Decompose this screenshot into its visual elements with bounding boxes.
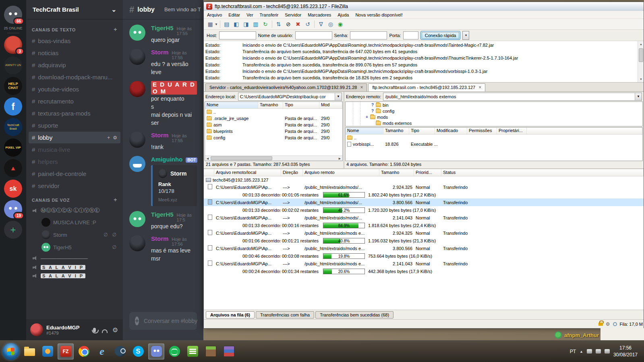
sidebar-item-painel-de-controle[interactable]: #painel-de-controle bbox=[29, 168, 120, 180]
server-icon-2[interactable]: HELP CHAT bbox=[4, 77, 22, 95]
voice-user-musicbot[interactable]: MUSICA LIVRE :P bbox=[29, 216, 120, 228]
site-manager-icon[interactable]: ▦ bbox=[206, 20, 215, 29]
column-nome[interactable]: Nome bbox=[205, 102, 258, 108]
quickconnect-dropdown[interactable]: ▾ bbox=[462, 31, 469, 40]
tree-item-config[interactable]: ? config bbox=[346, 108, 642, 114]
cancel-icon[interactable]: ⊘ bbox=[284, 20, 293, 29]
queue-server-row[interactable]: techc845@192.185.223.127 bbox=[204, 176, 644, 183]
password-input[interactable] bbox=[350, 31, 387, 39]
log-scrollbar[interactable]: ▲ ▼ bbox=[638, 41, 644, 82]
username-input[interactable] bbox=[295, 31, 332, 39]
refresh-icon[interactable]: ↻ bbox=[261, 20, 270, 29]
column-nome[interactable]: Nome bbox=[346, 128, 383, 134]
deafen-button[interactable] bbox=[101, 326, 108, 333]
taskbar-explorer[interactable] bbox=[21, 343, 37, 360]
remote-address-combo[interactable]: /public_html/extraido/mods externos ▼ bbox=[383, 93, 642, 101]
close-icon[interactable]: × bbox=[478, 85, 481, 90]
channel-list[interactable]: CANAIS DE TEXTO + #boas-vindas #noticias… bbox=[26, 19, 123, 319]
queue-transfer-row[interactable]: C:\Users\EduardoMGP\Ap... ---> /public_h… bbox=[204, 214, 644, 221]
message-author[interactable]: TigerH5 bbox=[151, 211, 174, 218]
expand-icon[interactable]: + bbox=[366, 115, 370, 119]
server-icon-3[interactable]: f bbox=[4, 97, 22, 116]
server-icon-8[interactable]: 19 bbox=[4, 200, 22, 218]
taskbar-minecraft[interactable] bbox=[203, 343, 219, 360]
user-avatar[interactable] bbox=[30, 323, 43, 336]
avatar[interactable] bbox=[129, 25, 145, 41]
avatar[interactable] bbox=[129, 49, 145, 65]
file-row[interactable]: vorbisspi... 18.826 Executable ... bbox=[346, 141, 642, 147]
taskbar-filezilla[interactable]: FZ bbox=[58, 343, 74, 360]
server-header[interactable]: TechCraft Brasil ⌄ bbox=[26, 0, 123, 19]
file-row[interactable]: .oracle_jre_usage Pasta de arqui... 29/0 bbox=[205, 115, 342, 122]
column-tamanho[interactable]: Tamanho bbox=[383, 128, 409, 134]
file-row[interactable]: asm Pasta de arqui... 29/0 bbox=[205, 122, 342, 128]
remote-directory-tree[interactable]: ? bin ? config + mods bbox=[345, 101, 643, 126]
taskbar-winrar[interactable] bbox=[221, 343, 237, 360]
sidebar-item-noticias[interactable]: #noticias bbox=[29, 47, 120, 59]
attach-button[interactable]: + bbox=[135, 316, 139, 325]
message-author[interactable]: Storm bbox=[151, 49, 168, 56]
start-button[interactable] bbox=[2, 343, 19, 360]
menu-editar[interactable]: Editar bbox=[225, 11, 243, 19]
menu-nova-versao[interactable]: Nova versão disponível! bbox=[352, 11, 406, 19]
gear-icon[interactable]: ⚙ bbox=[606, 321, 610, 327]
column-modificado[interactable]: Mod bbox=[319, 102, 342, 108]
sidebar-item-musica-livre[interactable]: #musica-livre bbox=[29, 144, 120, 155]
sidebar-item-boas-vindas[interactable]: #boas-vindas bbox=[29, 35, 120, 47]
column-proprietario[interactable]: Proprietári... bbox=[497, 128, 527, 134]
tree-item-bin[interactable]: ? bin bbox=[346, 102, 642, 108]
find-icon[interactable]: ◉ bbox=[336, 20, 345, 29]
quickconnect-button[interactable]: Conexão rápida bbox=[420, 31, 461, 40]
sidebar-item-lobby[interactable]: # lobby +⚙ bbox=[29, 132, 120, 143]
mute-button[interactable] bbox=[91, 326, 98, 333]
action-center-icon[interactable] bbox=[587, 349, 592, 354]
toggle-queue-icon[interactable]: ▥ bbox=[251, 20, 260, 29]
settings-button[interactable]: ⚙ bbox=[112, 326, 119, 333]
close-icon[interactable]: × bbox=[360, 85, 363, 90]
menu-servidor[interactable]: Servidor bbox=[282, 11, 304, 19]
avatar[interactable] bbox=[129, 132, 145, 148]
file-row[interactable]: .. bbox=[346, 134, 642, 141]
port-input[interactable] bbox=[403, 31, 418, 39]
gear-icon[interactable]: ⚙ bbox=[113, 135, 117, 141]
server-icon-5[interactable]: PIXEL VIP bbox=[4, 139, 22, 157]
taskbar-chrome[interactable] bbox=[76, 343, 92, 360]
discord-home-button[interactable]: 66 bbox=[4, 6, 22, 24]
add-channel-icon[interactable]: + bbox=[114, 27, 117, 32]
column-tipo[interactable]: Tipo bbox=[409, 128, 435, 134]
sidebar-item-adquiravip[interactable]: #adquiravip bbox=[29, 59, 120, 71]
column-prioridade[interactable]: Priorid... bbox=[414, 169, 441, 176]
process-queue-icon[interactable]: ⇅ bbox=[274, 20, 283, 29]
tab-transferencias-com-falha[interactable]: Transferências com falha bbox=[256, 311, 314, 319]
host-input[interactable] bbox=[219, 31, 256, 39]
message-author[interactable]: E D U A R D O M bbox=[151, 81, 197, 95]
tab-server-1[interactable]: Servidor - carlos_eduardovieiraoliveira%… bbox=[205, 83, 367, 91]
voice-channel-musica[interactable]: ⓂⓊⓈⒾⒸⒶ ⓁⒾⓋⓇⒺ bbox=[29, 205, 120, 216]
local-address-combo[interactable]: C:\Users\EduardoMGP\Desktop\backup cor ▼ bbox=[238, 93, 342, 101]
taskbar-media-player[interactable] bbox=[39, 343, 56, 360]
menu-transferir[interactable]: Transferir bbox=[257, 11, 282, 19]
file-row[interactable]: blueprints Pasta de arqui... 29/0 bbox=[205, 128, 342, 134]
tab-arquivos-na-fila[interactable]: Arquivos na fila (6) bbox=[206, 311, 255, 319]
add-server-button[interactable]: + bbox=[4, 221, 22, 239]
voice-user-tigerh5[interactable]: TigerH5 ∅ bbox=[29, 241, 120, 253]
disconnect-icon[interactable]: ✖ bbox=[294, 20, 302, 29]
column-tamanho[interactable]: Tamanho bbox=[379, 169, 414, 176]
scroll-left-icon[interactable]: ◀ bbox=[205, 156, 210, 161]
chevron-down-icon[interactable]: ▼ bbox=[635, 93, 642, 100]
chevron-down-icon[interactable]: ▼ bbox=[335, 93, 342, 100]
toggle-log-icon[interactable]: ▤ bbox=[222, 20, 231, 29]
add-channel-icon[interactable]: + bbox=[114, 198, 117, 203]
message-log[interactable]: Estado:Iniciando o envio de C:\Users\Edu… bbox=[204, 41, 644, 83]
queue-transfer-row[interactable]: C:\Users\EduardoMGP\Ap... ---> /public_h… bbox=[204, 260, 644, 267]
avatar[interactable] bbox=[129, 156, 145, 172]
tree-item-mods-externos[interactable]: mods externos bbox=[346, 120, 642, 126]
menu-marcadores[interactable]: Marcadores bbox=[304, 11, 334, 19]
server-icon-0[interactable]: 3 bbox=[4, 36, 22, 54]
sidebar-item-helpers[interactable]: #helpers bbox=[29, 156, 120, 168]
sidebar-item-recrutamento[interactable]: #recrutamento bbox=[29, 95, 120, 107]
horizontal-scrollbar[interactable]: ◀ ▶ bbox=[205, 155, 342, 161]
sidebar-item-suporte[interactable]: #suporte bbox=[29, 120, 120, 131]
menu-ajuda[interactable]: Ajuda bbox=[334, 11, 352, 19]
filter-icon[interactable]: ∇ bbox=[317, 20, 325, 29]
